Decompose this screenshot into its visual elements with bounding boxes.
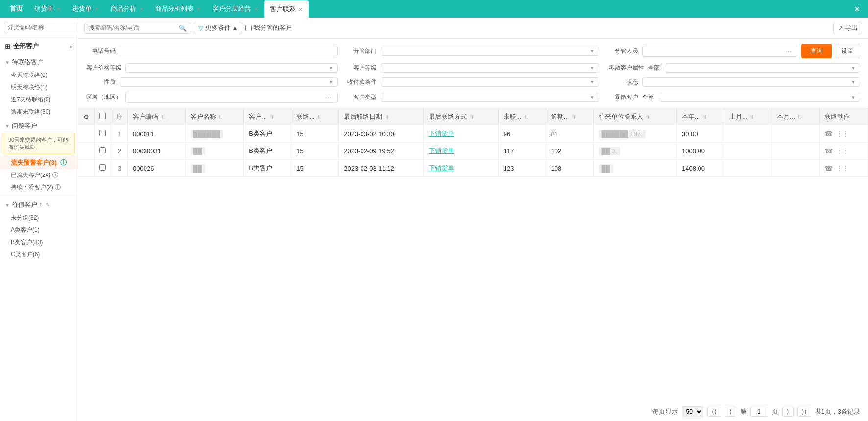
filter-select-retail[interactable]: ▼ <box>660 93 860 102</box>
th-code[interactable]: 客户编码 ⇅ <box>128 108 186 125</box>
region-more-icon[interactable]: ··· <box>324 94 333 101</box>
refresh-icon[interactable]: ↻ <box>39 202 44 208</box>
sidebar-item-ungrouped[interactable]: 未分组(32) <box>0 212 78 224</box>
tab-analysis[interactable]: 商品分析 ✕ <box>105 0 149 18</box>
sidebar-item-7days[interactable]: 近7天待联络(0) <box>0 94 78 106</box>
td-overdue-1: 102 <box>546 143 593 160</box>
sidebar-item-declining-customers[interactable]: 持续下滑客户(2) ⓘ <box>0 181 78 194</box>
row-checkbox-1[interactable] <box>99 147 106 153</box>
close-customer-tier-tab[interactable]: ✕ <box>254 6 258 12</box>
filter-select-customer-level[interactable]: ▼ <box>381 63 599 73</box>
th-year-amount[interactable]: 本年... ⇅ <box>677 108 724 125</box>
close-sales-tab[interactable]: ✕ <box>56 6 61 12</box>
filter-select-nature[interactable]: ▼ <box>120 77 338 87</box>
filter-select-retail-attr[interactable]: ▼ <box>666 63 860 73</box>
filter-label-person: 分管人员 <box>609 47 638 55</box>
filter-select-region[interactable]: ··· <box>125 92 338 103</box>
td-num-2: 3 <box>111 160 128 177</box>
tab-purchase[interactable]: 进货单 ✕ <box>67 0 105 18</box>
td-type-0: B类客户 <box>244 125 291 143</box>
sidebar-item-tomorrow[interactable]: 明天待联络(1) <box>0 81 78 94</box>
th-last-date[interactable]: 最后联络日期 ⇅ <box>339 108 424 125</box>
filter-select-payment[interactable]: ▼ <box>381 77 599 87</box>
filter-select-status[interactable]: ▼ <box>642 77 860 87</box>
setting-button[interactable]: 设置 <box>835 44 860 58</box>
th-overdue[interactable]: 逾期... ⇅ <box>546 108 593 125</box>
filter-row-retail-attr: 零散客户属性 全部 ▼ <box>609 63 860 73</box>
sidebar-item-b-class[interactable]: B类客户(33) <box>0 236 78 248</box>
action-phone-icon-0[interactable]: ☎ <box>824 130 833 138</box>
td-name-1[interactable]: ██ <box>185 143 244 160</box>
close-analysis-list-tab[interactable]: ✕ <box>196 6 201 12</box>
prev-page-button[interactable]: ⟨ <box>725 407 736 417</box>
th-last-method[interactable]: 最后联络方式 ⇅ <box>423 108 498 125</box>
query-button[interactable]: 查询 <box>801 44 832 58</box>
collapse-icon[interactable]: « <box>70 43 73 50</box>
th-type[interactable]: 客户... ⇅ <box>244 108 291 125</box>
sidebar-item-c-class[interactable]: C类客户(6) <box>0 248 78 261</box>
select-all-checkbox[interactable] <box>99 113 106 119</box>
td-last-method-2[interactable]: 下销货单 <box>423 160 498 177</box>
page-number-input[interactable] <box>750 407 768 417</box>
per-page-select[interactable]: 50 <box>682 406 703 417</box>
my-customers-checkbox[interactable] <box>245 25 252 31</box>
th-this-month[interactable]: 本月... ⇅ <box>772 108 819 125</box>
export-button[interactable]: ↗ 导出 <box>833 22 862 34</box>
filter-select-price-level[interactable]: ▼ <box>125 63 338 73</box>
first-page-button[interactable]: ⟨⟨ <box>707 407 721 417</box>
close-purchase-tab[interactable]: ✕ <box>95 6 99 12</box>
sidebar-item-lost-customers[interactable]: 已流失客户(24) ⓘ <box>0 169 78 181</box>
close-analysis-tab[interactable]: ✕ <box>139 6 144 12</box>
tab-customer-tier[interactable]: 客户分层经营 ✕ <box>207 0 264 18</box>
sort-lm-icon: ⇅ <box>750 114 754 120</box>
filter-input-phone[interactable] <box>120 46 338 56</box>
tab-analysis-list[interactable]: 商品分析列表 ✕ <box>149 0 207 18</box>
th-last-month[interactable]: 上月... ⇅ <box>724 108 772 125</box>
filter-label-nature: 性质 <box>86 78 116 86</box>
close-all-button[interactable]: ✕ <box>850 4 864 14</box>
tab-home[interactable]: 首页 <box>4 0 28 18</box>
retail-attr-prefix: 全部 <box>648 64 660 72</box>
sidebar-item-overdue[interactable]: 逾期未联络(30) <box>0 106 78 118</box>
action-phone-icon-1[interactable]: ☎ <box>824 147 833 155</box>
th-contact[interactable]: 联络... ⇅ <box>291 108 339 125</box>
sidebar-search-input[interactable] <box>4 22 78 33</box>
filter-select-dept[interactable]: ▼ <box>381 47 599 56</box>
td-overdue-2: 108 <box>546 160 593 177</box>
more-filter-button[interactable]: ▽ 更多条件 ▲ <box>194 22 242 34</box>
th-no-contact[interactable]: 未联... ⇅ <box>498 108 546 125</box>
td-name-2[interactable]: ██ <box>185 160 244 177</box>
action-more-icon-0[interactable]: ⋮⋮ <box>836 130 849 138</box>
sidebar-item-today[interactable]: 今天待联络(0) <box>0 69 78 81</box>
filter-row-type: 客户类型 ▼ <box>347 92 599 103</box>
td-last-method-1[interactable]: 下销货单 <box>423 143 498 160</box>
search-input[interactable] <box>89 25 177 31</box>
close-customer-contact-tab[interactable]: ✕ <box>298 6 303 13</box>
filter-select-type[interactable]: ▼ <box>381 93 599 102</box>
sidebar-all-customers[interactable]: ⊞ 全部客户 « <box>0 38 78 54</box>
row-checkbox-0[interactable] <box>99 130 106 136</box>
tab-customer-contact[interactable]: 客户联系 ✕ <box>264 0 309 18</box>
row-checkbox-2[interactable] <box>99 164 106 171</box>
action-more-icon-2[interactable]: ⋮⋮ <box>836 164 849 172</box>
search-icon[interactable]: 🔍 <box>179 25 187 32</box>
my-customers-checkbox-wrap[interactable]: 我分管的客户 <box>245 24 292 32</box>
edit-icon[interactable]: ✎ <box>46 202 50 208</box>
sidebar-group-value-title[interactable]: ▼ 价值客户 ↻ ✎ <box>0 198 78 212</box>
action-phone-icon-2[interactable]: ☎ <box>824 164 833 172</box>
sidebar-item-a-class[interactable]: A类客户(1) <box>0 224 78 236</box>
next-page-button[interactable]: ⟩ <box>782 407 794 417</box>
filter-select-person[interactable]: ··· <box>642 46 797 57</box>
th-name[interactable]: 客户名称 ⇅ <box>185 108 244 125</box>
th-settings[interactable]: ⚙ <box>78 108 95 125</box>
sidebar-group-problem-title[interactable]: ▼ 问题客户 <box>0 119 78 133</box>
td-name-0[interactable]: ██████ <box>185 125 244 143</box>
more-icon[interactable]: ··· <box>784 48 793 55</box>
sidebar-item-churn-warning[interactable]: 流失预警客户(3) ⓘ <box>0 156 78 169</box>
td-last-method-0[interactable]: 下销货单 <box>423 125 498 143</box>
action-more-icon-1[interactable]: ⋮⋮ <box>836 147 849 155</box>
th-contact-person[interactable]: 往来单位联系人 ⇅ <box>593 108 676 125</box>
tab-sales[interactable]: 销货单 ✕ <box>28 0 67 18</box>
sidebar-group-pending-title[interactable]: ▼ 待联络客户 <box>0 55 78 69</box>
last-page-button[interactable]: ⟩⟩ <box>797 407 811 417</box>
